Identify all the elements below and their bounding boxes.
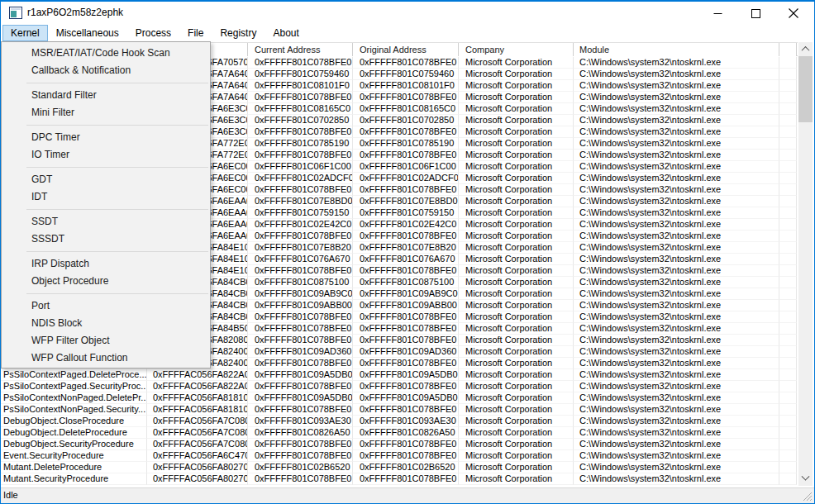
cell-current: 0xFFFFF801C02E42C0 [248, 219, 353, 231]
table-row[interactable]: DebugObject.CloseProcedure0xFFFFAC056FA7… [1, 416, 798, 427]
menu-item-idt[interactable]: IDT [2, 188, 210, 206]
cell-filler [779, 346, 797, 358]
table-row[interactable]: PsSiloContextPaged.SecurityProc...0xFFFF… [1, 381, 798, 392]
cell-current: 0xFFFFF801C078BFE0 [248, 473, 353, 485]
cell-filler [779, 450, 797, 462]
menu-item-port[interactable]: Port [2, 297, 210, 315]
menu-item-irp-dispatch[interactable]: IRP Dispatch [2, 255, 210, 273]
cell-object: 0xFFFFAC056FA6C470 [147, 450, 248, 462]
cell-filler [779, 392, 797, 404]
cell-company: Microsoft Corporation [459, 288, 574, 300]
cell-current: 0xFFFFF801C09AB9C0 [248, 288, 353, 300]
cell-module: C:\Windows\system32\ntoskrnl.exe [574, 346, 779, 358]
cell-company: Microsoft Corporation [459, 115, 574, 126]
cell-original: 0xFFFFF801C06F1C00 [353, 161, 459, 173]
cell-module: C:\Windows\system32\ntoskrnl.exe [574, 392, 779, 404]
cell-original: 0xFFFFF801C078BFE0 [353, 323, 459, 335]
column-header-current-address[interactable]: Current Address [248, 43, 353, 56]
scrollbar-thumb[interactable] [798, 56, 813, 122]
cell-current: 0xFFFFF801C078BFE0 [248, 265, 353, 277]
cell-module: C:\Windows\system32\ntoskrnl.exe [574, 265, 779, 277]
menu-item-wfp-filter-object[interactable]: WFP Filter Object [2, 332, 210, 349]
cell-current: 0xFFFFF801C076A670 [248, 254, 353, 265]
menubar-item-miscellaneous[interactable]: Miscellaneous [48, 25, 127, 41]
cell-current: 0xFFFFF801C078BFE0 [248, 231, 353, 242]
cell-company: Microsoft Corporation [459, 277, 574, 288]
table-row[interactable]: PsSiloContextPaged.DeleteProce...0xFFFFA… [1, 369, 798, 381]
menu-item-wfp-callout-function[interactable]: WFP Callout Function [2, 349, 210, 367]
cell-object: 0xFFFFAC056FA7C080 [147, 427, 248, 439]
cell-filler [779, 265, 797, 277]
table-row[interactable]: Mutant.DeleteProcedure0xFFFFAC056FA80270… [1, 462, 798, 473]
cell-object: 0xFFFFAC056FA7C080 [147, 416, 248, 427]
menubar-item-process[interactable]: Process [127, 25, 179, 41]
app-window: r1axP6O2m58z2ephk Kernel Miscellaneous P… [0, 0, 815, 504]
menu-item-dpc-timer[interactable]: DPC Timer [2, 129, 210, 146]
cell-module: C:\Windows\system32\ntoskrnl.exe [574, 381, 779, 392]
cell-company: Microsoft Corporation [459, 207, 574, 219]
cell-filler [779, 300, 797, 311]
maximize-button[interactable] [736, 2, 774, 25]
cell-company: Microsoft Corporation [459, 173, 574, 184]
close-button[interactable] [774, 2, 813, 25]
menu-item-gdt[interactable]: GDT [2, 171, 210, 188]
menu-item-object-procedure[interactable]: Object Procedure [2, 273, 210, 290]
menu-item-mini-filter[interactable]: Mini Filter [2, 104, 210, 121]
cell-module: C:\Windows\system32\ntoskrnl.exe [574, 115, 779, 126]
cell-name: Mutant.SecurityProcedure [1, 473, 147, 485]
cell-company: Microsoft Corporation [459, 150, 574, 161]
status-bar: Idle [1, 487, 814, 503]
table-row[interactable]: DebugObject.SecurityProcedure0xFFFFAC056… [1, 439, 798, 450]
chevron-down-icon [802, 473, 810, 481]
cell-filler [779, 173, 797, 184]
cell-original: 0xFFFFF801C078BFE0 [353, 473, 459, 485]
cell-current: 0xFFFFF801C09ABB00 [248, 300, 353, 311]
cell-module: C:\Windows\system32\ntoskrnl.exe [574, 92, 779, 103]
cell-name: DebugObject.DeleteProcedure [1, 427, 147, 439]
cell-original: 0xFFFFF801C0702850 [353, 115, 459, 126]
table-row[interactable]: Mutant.SecurityProcedure0xFFFFAC056FA802… [1, 473, 798, 485]
cell-name: PsSiloContextPaged.SecurityProc... [1, 381, 147, 392]
cell-original: 0xFFFFF801C076A670 [353, 254, 459, 265]
cell-current: 0xFFFFF801C09AD360 [248, 346, 353, 358]
minimize-button[interactable] [698, 2, 736, 25]
cell-company: Microsoft Corporation [459, 369, 574, 381]
table-row[interactable]: PsSiloContextNonPaged.Security...0xFFFFA… [1, 404, 798, 416]
column-header-original-address[interactable]: Original Address [353, 43, 459, 56]
menu-item-io-timer[interactable]: IO Timer [2, 146, 210, 164]
table-row[interactable]: DebugObject.DeleteProcedure0xFFFFAC056FA… [1, 427, 798, 439]
cell-current: 0xFFFFF801C078BFE0 [248, 92, 353, 103]
cell-object: 0xFFFFAC056FA822A0 [147, 369, 248, 381]
window-title: r1axP6O2m58z2ephk [27, 7, 123, 18]
cell-original: 0xFFFFF801C08165C0 [353, 103, 459, 115]
menu-item-sssdt[interactable]: SSSDT [2, 231, 210, 248]
menu-item-standard-filter[interactable]: Standard Filter [2, 87, 210, 104]
menu-item-ndis-block[interactable]: NDIS Block [2, 315, 210, 332]
menubar-item-about[interactable]: About [265, 25, 307, 41]
close-icon [789, 8, 798, 18]
cell-module: C:\Windows\system32\ntoskrnl.exe [574, 80, 779, 92]
cell-module: C:\Windows\system32\ntoskrnl.exe [574, 173, 779, 184]
cell-current: 0xFFFFF801C078BFE0 [248, 381, 353, 392]
resize-grip-icon[interactable] [801, 490, 813, 502]
vertical-scrollbar[interactable] [798, 42, 813, 486]
table-row[interactable]: Event.SecurityProcedure0xFFFFAC056FA6C47… [1, 450, 798, 462]
menubar-item-kernel[interactable]: Kernel [2, 25, 48, 41]
menu-item-ssdt[interactable]: SSDT [2, 213, 210, 231]
cell-filler [779, 126, 797, 138]
menu-item-callback-notification[interactable]: Callback & Notification [2, 62, 210, 79]
scroll-up-button[interactable] [798, 42, 813, 56]
menu-separator [26, 209, 208, 210]
cell-module: C:\Windows\system32\ntoskrnl.exe [574, 161, 779, 173]
scroll-down-button[interactable] [798, 472, 813, 486]
menubar-item-registry[interactable]: Registry [212, 25, 265, 41]
cell-filler [779, 69, 797, 80]
table-row[interactable]: PsSiloContextNonPaged.DeletePr...0xFFFFA… [1, 392, 798, 404]
kernel-menu-dropdown: MSR/EAT/IAT/Code Hook ScanCallback & Not… [1, 41, 211, 368]
cell-current: 0xFFFFF801C09A5DB0 [248, 392, 353, 404]
menu-item-msr-eat-iat-code-hook-scan[interactable]: MSR/EAT/IAT/Code Hook Scan [2, 45, 210, 62]
column-header-module[interactable]: Module [574, 43, 779, 56]
column-header-company[interactable]: Company [459, 43, 574, 56]
cell-company: Microsoft Corporation [459, 323, 574, 335]
menubar-item-file[interactable]: File [179, 25, 212, 41]
